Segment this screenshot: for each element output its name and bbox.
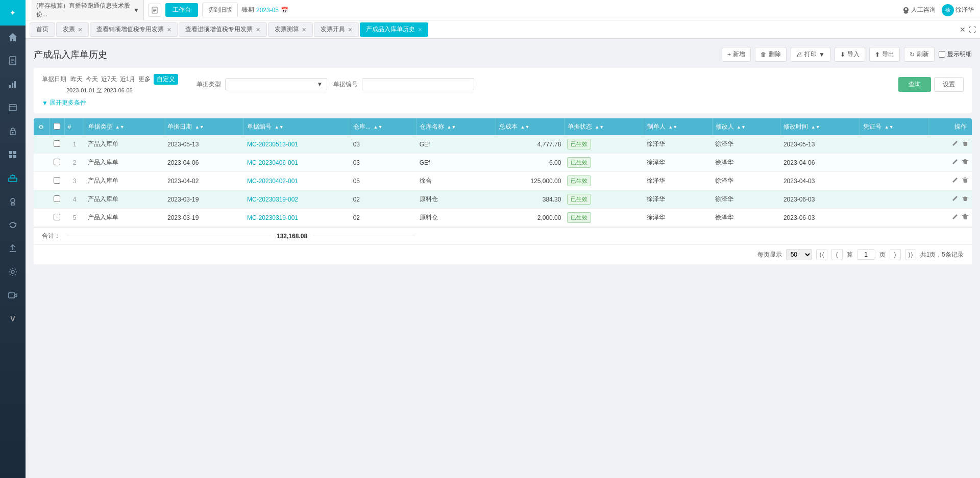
sidebar-item-inventory[interactable] (0, 166, 26, 190)
import-button[interactable]: ⬇ 导入 (835, 47, 865, 62)
op-edit-icon-4[interactable] (951, 213, 959, 222)
doc-number-link-4[interactable]: MC-20230319-001 (247, 214, 298, 221)
calendar-icon[interactable]: 📅 (281, 7, 288, 14)
workbench-button[interactable]: 工作台 (165, 3, 198, 17)
close-all-tabs-btn[interactable]: ✕ (960, 26, 966, 34)
sidebar-item-doc[interactable] (0, 49, 26, 72)
row-checkbox-1[interactable] (54, 159, 60, 165)
op-edit-icon-0[interactable] (951, 140, 959, 148)
show-detail-checkbox[interactable] (939, 51, 945, 58)
cell-checkbox-4[interactable] (49, 209, 64, 227)
col-status[interactable]: 单据状态 ▲▼ (564, 118, 644, 135)
tab-product-instock[interactable]: 产成品入库单历史 × (360, 22, 428, 37)
col-modifier[interactable]: 修改人 ▲▼ (712, 118, 780, 135)
set-button[interactable]: 设置 (934, 77, 964, 92)
sidebar-item-lock[interactable] (0, 119, 26, 143)
op-edit-icon-3[interactable] (951, 195, 959, 204)
col-warehouse-code[interactable]: 仓库... ▲▼ (350, 118, 416, 135)
col-checkbox[interactable] (49, 118, 64, 135)
page-number-input[interactable] (857, 249, 875, 260)
shortcut-7days[interactable]: 近7天 (101, 75, 117, 84)
page-size-select[interactable]: 20 50 100 (786, 249, 812, 260)
row-checkbox-4[interactable] (54, 214, 60, 220)
col-warehouse-name[interactable]: 仓库名称 ▲▼ (416, 118, 496, 135)
op-delete-icon-2[interactable] (962, 177, 969, 185)
cell-checkbox-0[interactable] (49, 135, 64, 154)
filter-number-input[interactable] (362, 78, 474, 90)
cell-number-3[interactable]: MC-20230319-002 (244, 190, 350, 209)
print-button[interactable]: 🖨 打印 ▼ (791, 47, 830, 62)
refresh-button[interactable]: ↻ 刷新 (904, 47, 935, 62)
cell-number-0[interactable]: MC-20230513-001 (244, 135, 350, 154)
op-delete-icon-3[interactable] (962, 195, 969, 204)
op-delete-icon-0[interactable] (962, 140, 969, 148)
op-edit-icon-1[interactable] (951, 158, 959, 167)
row-checkbox-2[interactable] (54, 177, 60, 184)
user-info-btn[interactable]: 徐 徐泽华 (942, 4, 974, 16)
sidebar-item-grid[interactable] (0, 143, 26, 166)
maximize-btn[interactable]: ⛶ (969, 26, 976, 34)
op-delete-icon-1[interactable] (962, 158, 969, 167)
expand-more-btn[interactable]: ▼ 展开更多条件 (42, 98, 964, 107)
next-page-btn[interactable]: ⟩ (890, 249, 901, 260)
export-button[interactable]: ⬆ 导出 (869, 47, 900, 62)
sidebar-item-home[interactable] (0, 26, 26, 49)
tab-sales-vat-close[interactable]: × (167, 26, 171, 34)
col-number[interactable]: 单据编号 ▲▼ (244, 118, 350, 135)
select-all-checkbox[interactable] (54, 123, 60, 130)
cell-number-1[interactable]: MC-20230406-001 (244, 154, 350, 172)
show-detail-checkbox-label[interactable]: 显示明细 (939, 50, 972, 59)
tab-invoice-close[interactable]: × (78, 26, 82, 34)
row-checkbox-3[interactable] (54, 195, 60, 202)
cell-number-4[interactable]: MC-20230319-001 (244, 209, 350, 227)
op-delete-icon-4[interactable] (962, 213, 969, 222)
tab-home[interactable]: 首页 (30, 22, 55, 37)
doc-number-link-0[interactable]: MC-20230513-001 (247, 141, 298, 148)
shortcut-today[interactable]: 今天 (86, 75, 98, 84)
delete-button[interactable]: 🗑 删除 (755, 47, 787, 62)
user-service-btn[interactable]: 人工咨询 (902, 6, 936, 14)
col-settings[interactable]: ⚙ (34, 118, 49, 135)
tab-invoice-calc-close[interactable]: × (302, 26, 306, 34)
cell-checkbox-1[interactable] (49, 154, 64, 172)
document-icon-btn[interactable] (148, 4, 161, 17)
cell-checkbox-3[interactable] (49, 190, 64, 209)
tab-invoice-calc[interactable]: 发票测算 × (268, 22, 313, 37)
cell-checkbox-2[interactable] (49, 172, 64, 190)
col-total-cost[interactable]: 总成本 ▲▼ (496, 118, 565, 135)
col-date[interactable]: 单据日期 ▲▼ (164, 118, 244, 135)
old-version-button[interactable]: 切到旧版 (202, 3, 238, 17)
shortcut-yesterday[interactable]: 昨天 (70, 75, 83, 84)
company-selector[interactable]: (库存核算）直播轻跑通信息技术股份... ▼ (32, 0, 144, 21)
op-edit-icon-2[interactable] (951, 177, 959, 185)
doc-number-link-3[interactable]: MC-20230319-002 (247, 196, 298, 203)
sidebar-item-sync[interactable] (0, 213, 26, 237)
sidebar-item-stamp[interactable] (0, 190, 26, 213)
sidebar-item-settings[interactable] (0, 260, 26, 284)
query-button[interactable]: 查询 (898, 77, 931, 92)
sidebar-item-video[interactable] (0, 284, 26, 307)
sidebar-item-v[interactable]: V (0, 307, 26, 331)
shortcut-custom[interactable]: 自定义 (154, 74, 178, 85)
row-checkbox-0[interactable] (54, 140, 60, 147)
tab-invoice-open-close[interactable]: × (348, 26, 352, 34)
tab-invoice[interactable]: 发票 × (56, 22, 89, 37)
sidebar-item-chart[interactable] (0, 72, 26, 96)
col-type[interactable]: 单据类型 ▲▼ (85, 118, 164, 135)
col-creator[interactable]: 制单人 ▲▼ (644, 118, 712, 135)
tab-invoice-open[interactable]: 发票开具 × (314, 22, 359, 37)
col-modify-time[interactable]: 修改时间 ▲▼ (780, 118, 860, 135)
last-page-btn[interactable]: ⟩⟩ (905, 249, 916, 260)
tab-sales-vat[interactable]: 查看销项增值税专用发票 × (90, 22, 178, 37)
first-page-btn[interactable]: ⟨⟨ (816, 249, 827, 260)
sidebar-item-upload[interactable] (0, 237, 26, 260)
doc-number-link-1[interactable]: MC-20230406-001 (247, 159, 298, 166)
doc-number-link-2[interactable]: MC-20230402-001 (247, 178, 298, 185)
sidebar-item-voucher[interactable] (0, 96, 26, 119)
tab-input-vat[interactable]: 查看进项增值税专用发票 × (179, 22, 266, 37)
prev-page-btn[interactable]: ⟨ (831, 249, 843, 260)
tab-product-instock-close[interactable]: × (418, 26, 422, 34)
filter-type-select[interactable]: ▼ (225, 78, 327, 90)
add-button[interactable]: + 新增 (722, 47, 751, 62)
shortcut-more[interactable]: 更多 (138, 75, 151, 84)
